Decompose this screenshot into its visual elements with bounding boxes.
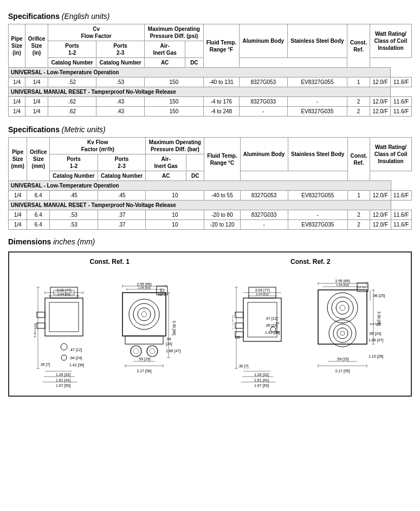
col-max-press-en: Maximum OperatingPressure Diff. (psi) bbox=[145, 24, 204, 41]
table-cell: .53 bbox=[50, 220, 98, 230]
const-ref-2-diagrams: M5 k4 k3 5.46 [139] 3.03 [77] 2.04 [52] bbox=[216, 271, 406, 390]
table-cell: 12.0/F bbox=[370, 220, 391, 230]
svg-text:.59 [15]: .59 [15] bbox=[138, 357, 151, 361]
svg-text:2.04 [52]: 2.04 [52] bbox=[256, 293, 269, 296]
svg-text:.95 [24]: .95 [24] bbox=[369, 332, 381, 336]
svg-point-33 bbox=[138, 308, 151, 321]
col-orifice-size-met: OrificeSize(mm) bbox=[27, 138, 50, 181]
col-press-blank-en bbox=[185, 41, 204, 58]
table-cell: 11.6/F bbox=[391, 107, 412, 117]
svg-point-39 bbox=[131, 346, 141, 357]
svg-text:4.59 [116]: 4.59 [116] bbox=[34, 323, 36, 338]
svg-text:1.95 [50]: 1.95 [50] bbox=[336, 283, 349, 287]
table-cell: .53 bbox=[96, 77, 145, 87]
svg-text:.47 [12]: .47 [12] bbox=[69, 348, 82, 352]
col-watt-rating-en: Watt Rating/Class of CoilInsulation bbox=[370, 24, 411, 58]
table-cell: EV8327G035 bbox=[288, 220, 347, 230]
english-specs-title: Specifications (English units) bbox=[8, 12, 412, 21]
table-row: 1/41/4.62.43150-4 to 1768327G033-212.0/F… bbox=[9, 97, 412, 107]
const-ref-2-front-diagram: 1/2 NPT 2.55 [65] bbox=[307, 271, 389, 390]
const-ref-1-side-diagram: 3.03 [77] 2.04 [52] 4.59 [116] .47 [12] … bbox=[34, 271, 105, 390]
table-cell: .62 bbox=[48, 107, 96, 117]
const-ref-2-section: Const. Ref. 2 M5 bbox=[216, 258, 406, 390]
table-cell: .62 bbox=[48, 97, 96, 107]
table-cell: 11.6/F bbox=[391, 77, 412, 87]
col-max-press-met: Maximum OperatingPressure Diff. (bar) bbox=[146, 138, 204, 154]
const-ref-2-side-diagram: M5 k4 k3 5.46 [139] 3.03 [77] 2.04 [52] bbox=[232, 271, 303, 390]
const-ref-1-title: Const. Ref. 1 bbox=[15, 258, 205, 266]
col-cv-flow-en: CvFlow Factor bbox=[48, 24, 145, 41]
svg-text:.95 [24]: .95 [24] bbox=[265, 324, 277, 328]
table-cell: 8327G033 bbox=[240, 210, 288, 220]
svg-text:1.97 [50]: 1.97 [50] bbox=[254, 384, 269, 388]
table-cell: 8327G053 bbox=[240, 77, 287, 87]
col-kv-flow-met: Kv FlowFactor (m³/h) bbox=[50, 138, 146, 154]
svg-text:[24]: [24] bbox=[166, 342, 172, 346]
const-ref-1-diagrams: 3.03 [77] 2.04 [52] 4.59 [116] .47 [12] … bbox=[15, 271, 205, 390]
svg-text:.98 [25]: .98 [25] bbox=[372, 294, 385, 298]
col-ac-en: AC bbox=[145, 58, 185, 68]
table-cell: 150 bbox=[145, 77, 204, 87]
group-header: UNIVERSAL MANUAL RESET - Tamperproof No-… bbox=[9, 200, 391, 210]
table-cell: 1/4 bbox=[25, 77, 48, 87]
svg-text:NPT: NPT bbox=[158, 293, 166, 296]
table-cell: .45 bbox=[50, 191, 98, 200]
table-cell: 1/4 bbox=[9, 97, 25, 107]
table-row: 1/46.4.45.4510-40 to 558327G053EV8327G05… bbox=[9, 191, 412, 200]
col-orifice-size-en: OrificeSize(in) bbox=[25, 24, 48, 68]
col-fluid-temp-en: Fluid Temp.Range °F bbox=[203, 24, 239, 68]
col-kv-ports23-met: Ports2-3 bbox=[98, 154, 146, 171]
svg-text:1/4 NPT: 1/4 NPT bbox=[370, 322, 382, 326]
table-row: 1/46.4.53.3710-20 to 808327G033-212.0/F1… bbox=[9, 210, 412, 220]
table-cell: 150 bbox=[145, 97, 204, 107]
table-cell: - bbox=[240, 107, 287, 117]
table-cell: - bbox=[287, 97, 347, 107]
group-header: UNIVERSAL - Low-Temperature Operation bbox=[9, 68, 391, 77]
svg-text:1.86 [47]: 1.86 [47] bbox=[369, 338, 383, 342]
table-cell: .45 bbox=[98, 191, 146, 200]
col-ac-met: AC bbox=[146, 171, 186, 181]
table-cell: 12.0/F bbox=[370, 97, 391, 107]
table-cell: -40 to 131 bbox=[203, 77, 239, 87]
svg-point-98 bbox=[340, 305, 345, 311]
col-al-catalog-met: Catalog Number bbox=[50, 171, 98, 181]
svg-text:2.17 [55]: 2.17 [55] bbox=[335, 369, 350, 373]
svg-point-40 bbox=[133, 348, 139, 354]
svg-text:1.42 [36]: 1.42 [36] bbox=[69, 363, 84, 367]
svg-text:1/2: 1/2 bbox=[159, 288, 165, 292]
svg-point-6 bbox=[61, 344, 67, 350]
col-press-air-met: Air-Inert Gas bbox=[146, 154, 186, 171]
svg-point-7 bbox=[61, 355, 67, 360]
col-dc-met: DC bbox=[186, 171, 204, 181]
svg-text:2.04 [52]: 2.04 [52] bbox=[58, 293, 71, 296]
table-cell: 12.0/F bbox=[370, 107, 391, 117]
svg-text:.59 [15]: .59 [15] bbox=[336, 357, 348, 361]
const-ref-1-section: Const. Ref. 1 bbox=[15, 258, 205, 390]
table-cell: 12.0/F bbox=[370, 210, 391, 220]
group-header: UNIVERSAL - Low-Temperature Operation bbox=[9, 181, 391, 191]
table-cell: EV8327G055 bbox=[287, 77, 347, 87]
table-cell: 11.6/F bbox=[391, 191, 411, 200]
svg-text:.94 [24]: .94 [24] bbox=[69, 356, 82, 360]
table-cell: 10 bbox=[146, 220, 204, 230]
svg-point-102 bbox=[340, 331, 345, 335]
const-ref-2-title: Const. Ref. 2 bbox=[216, 258, 406, 266]
col-al-catalog-en: Catalog Number bbox=[48, 58, 96, 68]
table-cell: 1/4 bbox=[9, 191, 27, 200]
col-const-ref-met: Const.Ref. bbox=[347, 138, 370, 181]
svg-rect-0 bbox=[45, 298, 83, 336]
table-cell: 10 bbox=[146, 191, 204, 200]
col-fluid-temp-met: Fluid Temp.Range °C bbox=[204, 138, 240, 181]
svg-point-101 bbox=[337, 328, 348, 339]
svg-text:.30 [7]: .30 [7] bbox=[238, 364, 249, 368]
table-cell: .43 bbox=[96, 107, 145, 117]
table-cell: 8327G053 bbox=[240, 191, 288, 200]
table-cell: -4 to 176 bbox=[203, 97, 239, 107]
svg-text:1.10 [28]: 1.10 [28] bbox=[369, 354, 383, 359]
table-cell: .52 bbox=[48, 77, 96, 87]
svg-text:1/2 NPT: 1/2 NPT bbox=[357, 286, 369, 289]
dimensions-box: Const. Ref. 1 bbox=[8, 251, 412, 397]
svg-rect-38 bbox=[125, 336, 163, 344]
col-press-blank-met bbox=[186, 154, 204, 171]
table-cell: .37 bbox=[98, 210, 146, 220]
